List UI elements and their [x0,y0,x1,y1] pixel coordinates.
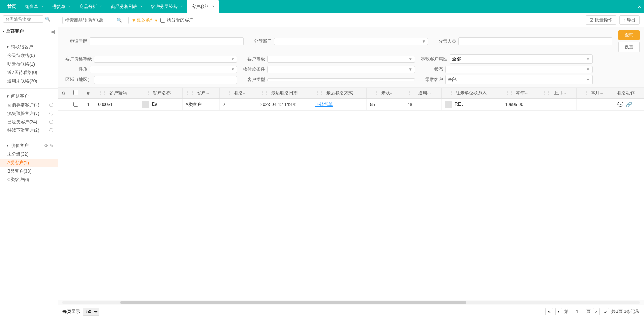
nav-customer-contact[interactable]: 客户联络 × [187,0,219,13]
col-settings: ⚙ [58,88,70,99]
last-method-link[interactable]: 下销货单 [315,102,333,107]
my-customers-checkbox[interactable] [160,18,165,23]
sidebar-item-abnormal-repurchase[interactable]: 回购异常客户(2) ⓘ [0,101,58,109]
link-action-icon[interactable]: 🔗 [626,102,632,107]
row-checkbox[interactable] [73,102,78,107]
sidebar-item-class-a[interactable]: A类客户(1) [0,159,58,167]
dept-select[interactable]: ▼ [274,38,428,45]
nav-sales[interactable]: 销售单 × [21,0,48,13]
region-select[interactable]: ... [94,76,237,84]
retail-label: 零散客户 [421,77,443,83]
row-this-month [577,99,614,111]
person-select[interactable]: ... [458,37,612,45]
customer-level-select[interactable]: ▼ [267,56,415,63]
batch-op-button[interactable]: ☑ 批量操作 [586,15,616,25]
query-button[interactable]: 查询 [618,30,640,40]
close-sales-icon[interactable]: × [41,0,43,13]
sidebar-item-overdue[interactable]: 逾期未联络(30) [0,77,58,85]
sidebar-item-ungrouped[interactable]: 未分组(32) [0,150,58,159]
caret-down-icon: ▾ [155,18,157,23]
retail-caret-icon: ▼ [586,78,590,82]
problem-customers-group[interactable]: ▼ 问题客户 [0,92,58,101]
filter-nature: 性质 ▼ [62,66,240,73]
my-customers-filter[interactable]: 我分管的客户 [160,17,193,23]
info-icon: ⓘ [49,102,53,108]
sidebar-search-icon[interactable]: 🔍 [45,17,50,22]
page-number-input[interactable] [571,308,584,315]
per-page-select[interactable]: 50 [83,308,99,316]
nav-home[interactable]: 首页 [3,0,21,13]
col-contact-count-header: ⋮⋮ 联络... [220,88,257,99]
nav-goods-list[interactable]: 商品分析列表 × [107,0,147,13]
payment-select[interactable]: ▼ [267,66,415,73]
nature-select[interactable]: ▼ [90,66,237,73]
export-button[interactable]: ↑ 导出 [619,15,640,25]
category-search-input[interactable] [3,15,43,23]
drag-icon-2: ⋮⋮ [142,90,151,95]
nav-customer-layer[interactable]: 客户分层经营 × [147,0,187,13]
sidebar-item-class-b[interactable]: B类客户(33) [0,167,58,176]
total-records: 共1页 1条记录 [611,308,640,315]
all-customers-title[interactable]: ▪ 全部客户 ◀ [0,27,58,36]
retail-attr-select[interactable]: 全部 ▼ [450,54,593,64]
collapse-sidebar-btn[interactable]: ◀ [51,29,55,35]
main-layout: 🔍 ▪ 全部客户 ◀ ▼ 待联络客户 今天待联络(0) 明天待联络(1) 近7天… [0,13,644,318]
value-customers-group[interactable]: ▼ 价值客户 ⟳ ✎ [0,141,58,150]
close-all-tabs[interactable]: × [638,4,641,10]
problem-customers-section: ▼ 问题客户 回购异常客户(2) ⓘ 流失预警客户(3) ⓘ 已流失客户(24)… [0,90,58,136]
message-action-icon[interactable]: 💬 [617,102,623,107]
horizontal-scrollbar[interactable] [62,301,640,304]
main-search-input[interactable] [65,18,117,23]
sidebar-item-churn-warning[interactable]: 流失预警客户(3) ⓘ [0,109,58,118]
filter-person: 分管人员 ... [431,37,615,45]
edit-icon[interactable]: ✎ [50,143,53,148]
status-label: 状态 [421,66,443,73]
settings-button[interactable]: 设置 [618,42,640,52]
all-customers-section: ▪ 全部客户 ◀ [0,25,58,38]
select-all-checkbox[interactable] [73,90,78,95]
sidebar-item-tomorrow[interactable]: 明天待联络(1) [0,60,58,68]
row-last-month [539,99,577,111]
divider-3 [0,138,58,138]
drag-icon-7: ⋮⋮ [370,90,379,95]
next-page-btn[interactable]: › [593,308,600,315]
status-caret-icon: ▼ [586,67,590,71]
contact-person-avatar [445,101,452,108]
table-header-row: ⚙ # ⋮⋮ 客户编码 ⋮⋮ 客户名称 [58,88,644,99]
customer-type-select[interactable] [267,78,415,81]
prev-page-btn[interactable]: ‹ [555,308,562,315]
nav-goods-analysis[interactable]: 商品分析 × [75,0,107,13]
status-select[interactable]: ▼ [445,66,593,73]
row-uncontacted: 55 [367,99,404,111]
first-page-btn[interactable]: « [545,308,553,315]
sidebar-item-declining[interactable]: 持续下滑客户(2) ⓘ [0,126,58,135]
pending-contact-group[interactable]: ▼ 待联络客户 [0,42,58,52]
close-customer-contact-icon[interactable]: × [212,0,214,13]
filter-dept: 分管部门 ▼ [247,38,431,45]
close-goods-analysis-icon[interactable]: × [100,0,102,13]
filter-retail-attr: 零散客户属性 全部 ▼ [418,54,595,64]
sidebar-item-churned[interactable]: 已流失客户(24) ⓘ [0,118,58,126]
close-customer-layer-icon[interactable]: × [180,0,183,13]
col-last-month-header: ⋮⋮ 上月... [539,88,577,99]
last-page-btn[interactable]: » [602,308,609,315]
close-purchase-icon[interactable]: × [68,0,71,13]
phone-input[interactable] [90,37,244,45]
sidebar-item-class-c[interactable]: C类客户(6) [0,176,58,184]
nav-purchase[interactable]: 进货单 × [48,0,75,13]
close-goods-list-icon[interactable]: × [140,0,143,13]
refresh-icon[interactable]: ⟳ [44,143,48,148]
customer-level-caret-icon: ▼ [409,57,412,61]
drag-icon-3: ⋮⋮ [186,90,194,95]
sidebar-item-today[interactable]: 今天待联络(0) [0,52,58,60]
scrollbar-thumb[interactable] [120,301,466,304]
retail-select[interactable]: 全部 ▼ [445,75,593,84]
drag-icon-8: ⋮⋮ [407,90,416,95]
settings-gear-icon[interactable]: ⚙ [62,91,66,96]
filter-price-level: 客户价格等级 ▼ [62,56,240,63]
sidebar-item-7days[interactable]: 近7天待联络(0) [0,68,58,77]
more-filter-btn[interactable]: ▼ 更多条件 ▾ [132,17,157,23]
price-level-caret-icon: ▼ [231,57,235,61]
main-search-icon[interactable]: 🔍 [117,18,122,23]
price-level-select[interactable]: ▼ [94,56,237,63]
